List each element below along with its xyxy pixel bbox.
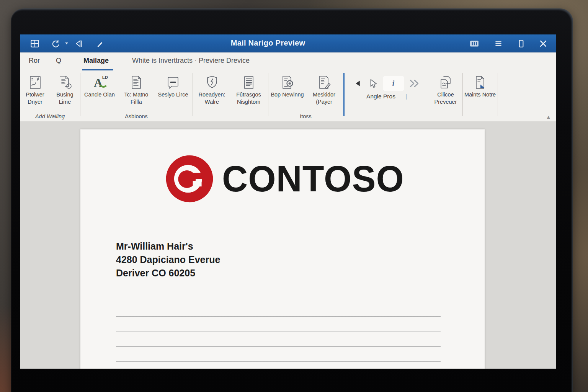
address-line: Deriver CO 60205 [116, 266, 220, 280]
ribbon-group-itoss: Bop Newinng Meskidor (Payer Ito [268, 71, 343, 121]
maints-notre-button[interactable]: Maints Notre [464, 74, 497, 98]
company-logo: CONTOSO [164, 153, 410, 204]
map-document-icon [27, 74, 44, 91]
menu-icon[interactable] [493, 39, 503, 49]
ptolwer-dnyer-button[interactable]: Ptolwer Dnyer [21, 74, 49, 105]
address-line: Mr-William Hair's [116, 240, 220, 253]
recipient-address[interactable]: Mr-William Hair's 4280 Dapiciano Everue … [116, 240, 220, 280]
ribbon-group-record-nav: i Angle Pros| [345, 71, 429, 121]
tab-ror[interactable]: Ror [29, 57, 40, 65]
cursor-arrow-icon[interactable] [368, 78, 378, 88]
columns-icon[interactable] [469, 39, 479, 49]
document-lines-icon [128, 74, 145, 91]
undo-icon[interactable] [51, 39, 60, 49]
button-label: Tc: Matno Fillla [124, 91, 149, 105]
button-label: Maints Notre [464, 91, 496, 98]
group-divider [498, 73, 498, 116]
group-label: Asbioons [80, 113, 193, 119]
button-label: Meskidor (Payer [313, 91, 335, 105]
tab-search[interactable]: Q [56, 57, 61, 65]
button-label: Roeadyen: Walre [198, 91, 225, 105]
group-label: Itoss [268, 113, 343, 119]
window-title: Mail Narigo Preview [231, 39, 305, 47]
ribbon-group-asbioons: A LD Cancle Oian [80, 71, 193, 121]
font-style-icon: A LD [91, 74, 108, 91]
ribbon-group-preview-results: Roeadyen: Walre Fûtrasgos Nisghtom [193, 71, 268, 121]
contoso-logo-icon [164, 153, 215, 204]
writing-line [116, 331, 441, 332]
writing-line [116, 346, 441, 347]
pen-icon[interactable] [96, 40, 106, 50]
roeadyen-walre-button[interactable]: Roeadyen: Walre [194, 74, 230, 105]
group-label: Add Wailing [20, 113, 80, 119]
table-grid-icon[interactable] [30, 39, 40, 49]
button-label: Cancle Oian [84, 91, 115, 98]
document-gear-icon [57, 74, 74, 91]
brand-name: CONTOSO [222, 158, 404, 200]
app-window: Mail Narigo Preview [20, 34, 556, 369]
document-pen-icon [316, 74, 333, 91]
next-record-icon[interactable] [409, 78, 419, 88]
text-cursor: | [395, 93, 407, 100]
record-number-box[interactable]: i [383, 76, 404, 91]
matno-fillla-button[interactable]: Tc: Matno Fillla [119, 74, 154, 105]
document-canvas: CONTOSO Mr-William Hair's 4280 Dapiciano… [20, 121, 556, 369]
writing-line [116, 316, 441, 317]
comment-page-icon [165, 74, 181, 91]
ribbon-group-maints: Maints Notre [462, 71, 498, 121]
button-label: Fûtrasgos Nisghtom [236, 91, 261, 105]
ribbon-group-cilicoe: Cilicoe Preveuer [429, 71, 462, 121]
shield-icon [204, 74, 220, 91]
button-label: Bop Newinng [271, 91, 304, 98]
bop-newinng-button[interactable]: Bop Newinng [270, 74, 305, 98]
angle-pros-label: Angle Pros [366, 93, 395, 100]
meskidor-payer-button[interactable]: Meskidor (Payer [307, 74, 342, 105]
title-bar: Mail Narigo Preview [20, 34, 556, 52]
seslyo-lirce-button[interactable]: Seslyo Lirce [155, 74, 191, 98]
restore-icon[interactable] [516, 39, 526, 49]
cancle-oian-button[interactable]: A LD Cancle Oian [82, 74, 117, 98]
document-search-icon [279, 74, 296, 91]
svg-text:A: A [94, 76, 103, 90]
address-line: 4280 Dapiciano Everue [116, 253, 220, 266]
collapse-ribbon-icon[interactable]: ▲ [546, 114, 551, 120]
button-label: Busing Lime [56, 91, 73, 105]
previous-record-icon[interactable] [354, 79, 363, 88]
futrasgos-nisghtom-button[interactable]: Fûtrasgos Nisghtom [231, 74, 266, 105]
tab-subtitle: White is Inverttracts · Previere Drevice [132, 57, 250, 65]
button-label: Ptolwer Dnyer [26, 91, 44, 105]
svg-text:LD: LD [102, 75, 108, 80]
button-label: Seslyo Lirce [158, 91, 188, 98]
ribbon-tabs: Ror Q Mailage White is Inverttracts · Pr… [20, 52, 556, 71]
envelope-page[interactable]: CONTOSO Mr-William Hair's 4280 Dapiciano… [80, 129, 485, 369]
page-flag-icon [472, 74, 488, 91]
group-label: Angle Pros| [345, 93, 429, 100]
pages-icon [437, 74, 454, 91]
document-text-icon [240, 74, 257, 91]
photo-background: Mail Narigo Preview [0, 0, 588, 392]
busing-lime-button[interactable]: Busing Lime [51, 74, 79, 105]
button-label: Cilicoe Preveuer [434, 91, 457, 105]
dropdown-caret-icon[interactable] [64, 41, 74, 51]
redo-flag-icon[interactable] [74, 39, 84, 49]
cilicoe-preveuer-button[interactable]: Cilicoe Preveuer [429, 74, 462, 105]
ribbon: Ptolwer Dnyer Busing Lime [20, 71, 556, 122]
close-icon[interactable] [538, 39, 548, 49]
writing-line [116, 361, 441, 362]
tab-mailage[interactable]: Mailage [83, 57, 109, 65]
active-tab-underline [82, 69, 113, 70]
ribbon-group-add-wailing: Ptolwer Dnyer Busing Lime [20, 71, 80, 121]
